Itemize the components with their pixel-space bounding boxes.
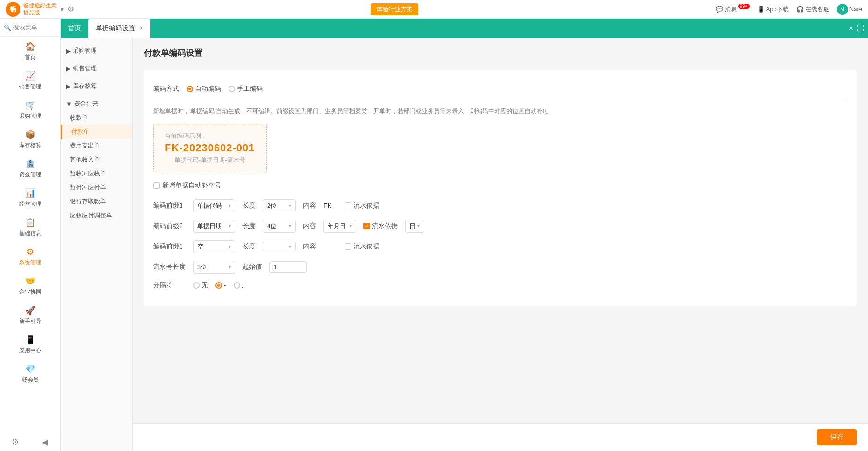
prefix3-select[interactable]: 空 ▾ — [193, 240, 235, 253]
encoding-method-label: 编码方式 — [153, 85, 179, 93]
code-preview-label: 当前编码示例： — [165, 132, 255, 140]
sec-group-finance-header[interactable]: ▼ 资金往来 — [61, 97, 132, 111]
sec-item-advance-receive[interactable]: 预收冲应收单 — [61, 167, 132, 181]
prefix3-length-select[interactable]: ▾ — [263, 242, 296, 251]
prefix2-dropdown-arrow: ▾ — [229, 223, 231, 229]
prefix3-serial-label: 流水依据 — [345, 242, 379, 251]
tab-close-icon[interactable]: × — [140, 25, 143, 32]
prefix1-label: 编码前缀1 — [153, 202, 186, 210]
sec-group-inventory: ▶ 库存核算 — [61, 77, 132, 95]
sec-arrow-inventory: ▶ — [66, 83, 71, 90]
home-icon: 🏠 — [25, 41, 35, 52]
serial-length-select[interactable]: 3位 ▾ — [193, 261, 235, 274]
sep-dash-circle — [215, 282, 222, 289]
sec-group-inventory-label: 库存核算 — [73, 82, 97, 90]
sec-item-expense[interactable]: 费用支出单 — [61, 139, 132, 153]
tab-maximize-icon[interactable]: ⛶ — [857, 24, 864, 33]
prefix1-length-arrow: ▾ — [289, 203, 291, 208]
topbar-left: 畅 畅捷通好生意 捷品版 ▾ ⚙ — [6, 2, 74, 17]
sec-item-advance-pay[interactable]: 预付冲应付单 — [61, 181, 132, 195]
code-preview-box: 当前编码示例： FK-20230602-001 单据代码-单据日期-流水号 — [153, 124, 267, 172]
sec-group-purchase-header[interactable]: ▶ 采购管理 — [61, 44, 132, 58]
tab-home[interactable]: 首页 — [61, 19, 88, 38]
sec-arrow-purchase: ▶ — [66, 47, 71, 54]
prefix3-serial-checkbox[interactable] — [345, 243, 351, 250]
sidebar-item-apps[interactable]: 📱 应用中心 — [0, 330, 60, 359]
start-value-label: 起始值 — [242, 263, 262, 271]
sep-dot-radio[interactable]: . — [234, 282, 244, 289]
settings-gear-icon[interactable]: ⚙ — [67, 5, 74, 13]
sidebar-item-enterprise[interactable]: 🤝 企业协同 — [0, 271, 60, 301]
inventory-icon: 📦 — [25, 129, 35, 140]
serial-length-label: 流水号长度 — [153, 263, 186, 271]
app-download-item[interactable]: 📱 App下载 — [757, 5, 789, 13]
sec-group-sales-header[interactable]: ▶ 销售管理 — [61, 61, 132, 75]
sec-item-other-income[interactable]: 其他收入单 — [61, 153, 132, 167]
prefix2-length-select[interactable]: 8位 ▾ — [263, 220, 296, 233]
logo-icon: 畅 — [6, 2, 20, 17]
sec-group-finance: ▼ 资金往来 收款单 付款单 费用支出单 其他收入单 预收冲应收单 预付冲应付单… — [61, 95, 132, 224]
manual-encode-circle — [229, 86, 235, 92]
sidebar-settings-icon[interactable]: ⚙ — [12, 437, 19, 447]
tab-close-window-icon[interactable]: × — [849, 24, 853, 33]
prefix1-serial-text: 流水依据 — [353, 202, 379, 210]
sidebar-item-finance[interactable]: 🏦 资金管理 — [0, 154, 60, 183]
prefix2-serial-text: 流水依据 — [372, 222, 398, 230]
main-right: 付款单编码设置 编码方式 自动编码 手工编码 — [133, 38, 868, 451]
message-item[interactable]: 💬 消息 99+ — [716, 5, 750, 13]
sec-item-bank-deposit[interactable]: 银行存取款单 — [61, 195, 132, 209]
content-area: ▶ 采购管理 ▶ 销售管理 ▶ 库存核算 — [61, 38, 868, 451]
sidebar-item-system[interactable]: ⚙ 系统管理 — [0, 242, 60, 271]
prefix2-serial-checkbox[interactable]: ✓ — [363, 223, 370, 229]
message-label: 消息 — [725, 5, 737, 13]
prefix2-content-select[interactable]: 年月日 ▾ — [323, 220, 356, 233]
prefix2-select[interactable]: 单据日期 ▾ — [193, 220, 235, 233]
prefix2-content-value: 年月日 — [328, 222, 346, 230]
prefix1-select-value: 单据代码 — [197, 202, 222, 210]
sidebar-item-member[interactable]: 💎 畅会员 — [0, 359, 60, 389]
sec-group-inventory-header[interactable]: ▶ 库存核算 — [61, 79, 132, 93]
online-service-item[interactable]: 🎧 在线客服 — [796, 5, 829, 13]
sidebar-collapse-icon[interactable]: ◀ — [42, 437, 48, 447]
sidebar-item-inventory[interactable]: 📦 库存核算 — [0, 125, 60, 154]
separator-label: 分隔符 — [153, 281, 186, 289]
prefix3-length-label: 长度 — [242, 242, 256, 251]
user-name[interactable]: N Nare — [837, 4, 862, 15]
prefix1-select[interactable]: 单据代码 ▾ — [193, 199, 235, 212]
sec-arrow-finance: ▼ — [66, 101, 72, 108]
sidebar-item-guide[interactable]: 🚀 新手引导 — [0, 301, 60, 330]
sep-none-radio[interactable]: 无 — [193, 281, 208, 289]
topbar-right: 💬 消息 99+ 📱 App下载 🎧 在线客服 N Nare — [716, 4, 862, 15]
sep-dash-radio[interactable]: - — [215, 282, 226, 289]
sidebar-item-basic[interactable]: 📋 基础信息 — [0, 213, 60, 242]
prefix2-length-arrow: ▾ — [289, 223, 291, 229]
manual-encode-radio[interactable]: 手工编码 — [229, 85, 263, 93]
start-value-input[interactable] — [269, 261, 307, 273]
prefix1-serial-checkbox[interactable] — [345, 202, 351, 209]
prefix1-length-select[interactable]: 2位 ▾ — [263, 199, 296, 212]
page-title: 付款单编码设置 — [144, 47, 857, 59]
try-industry-button[interactable]: 体验行业方案 — [371, 3, 418, 15]
auto-fill-checkbox[interactable] — [153, 182, 160, 189]
search-menu[interactable]: 🔍 搜索菜单 — [0, 19, 60, 37]
sep-none-label: 无 — [202, 281, 208, 289]
guide-icon: 🚀 — [25, 305, 35, 316]
sidebar-item-purchase[interactable]: 🛒 采购管理 — [0, 95, 60, 125]
sec-item-receipt[interactable]: 收款单 — [61, 111, 132, 125]
save-button[interactable]: 保存 — [817, 429, 857, 445]
sidebar-item-operations[interactable]: 📊 经营管理 — [0, 183, 60, 213]
sec-item-payment[interactable]: 付款单 — [61, 125, 132, 139]
dropdown-arrow-icon[interactable]: ▾ — [61, 6, 64, 13]
prefix2-day-select[interactable]: 日 ▾ — [405, 220, 424, 233]
tab-settings[interactable]: 单据编码设置 × — [88, 19, 150, 38]
sidebar-label-enterprise: 企业协同 — [19, 288, 41, 296]
sec-arrow-sales: ▶ — [66, 65, 71, 72]
sidebar-item-sales[interactable]: 📈 销售管理 — [0, 66, 60, 95]
sidebar-item-home[interactable]: 🏠 首页 — [0, 37, 60, 66]
service-icon: 🎧 — [796, 6, 804, 13]
code-preview-sub: 单据代码-单据日期-流水号 — [165, 156, 255, 164]
auto-encode-radio[interactable]: 自动编码 — [187, 85, 221, 93]
sec-item-adj[interactable]: 应收应付调整单 — [61, 209, 132, 222]
prefix3-length-arrow: ▾ — [289, 244, 291, 249]
sidebar-label-operations: 经营管理 — [19, 200, 41, 208]
